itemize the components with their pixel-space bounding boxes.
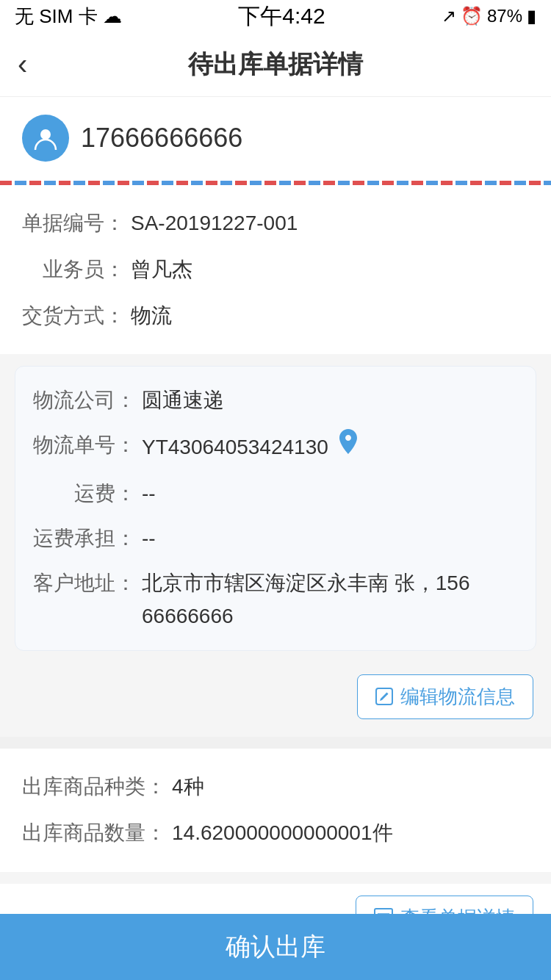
salesperson-label: 业务员： <box>22 253 125 287</box>
product-quantity-value: 14.620000000000001件 <box>166 817 529 850</box>
status-left: 无 SIM 卡 ☁ <box>15 4 122 29</box>
product-types-row: 出库商品种类： 4种 <box>22 771 529 804</box>
freight-bear-label: 运费承担： <box>33 522 136 555</box>
gray-divider <box>0 737 551 749</box>
address-row: 客户地址： 北京市市辖区海淀区永丰南 张，156 66666666 <box>33 567 518 633</box>
sim-label: 无 SIM 卡 ☁ <box>15 4 122 29</box>
svg-point-0 <box>40 129 51 140</box>
avatar <box>22 115 69 162</box>
freight-bear-row: 运费承担： -- <box>33 522 518 555</box>
salesperson-value: 曾凡杰 <box>125 253 529 287</box>
address-label: 客户地址： <box>33 567 136 600</box>
battery-icon: ▮ <box>527 6 536 26</box>
tracking-label: 物流单号： <box>33 429 136 462</box>
order-no-row: 单据编号： SA-20191227-001 <box>22 207 529 240</box>
order-no-value: SA-20191227-001 <box>125 207 529 240</box>
company-row: 物流公司： 圆通速递 <box>33 384 518 417</box>
freight-label: 运费： <box>33 478 136 511</box>
tracking-number: YT43064053424130 <box>142 431 328 464</box>
location-icon: ↗ <box>442 6 456 26</box>
salesperson-row: 业务员： 曾凡杰 <box>22 253 529 287</box>
status-time: 下午4:42 <box>238 1 325 32</box>
page-title: 待出库单据详情 <box>188 48 363 82</box>
status-right: ↗ ⏰ 87% ▮ <box>442 6 536 26</box>
product-types-value: 4种 <box>166 771 529 804</box>
tracking-location-icon[interactable] <box>337 429 359 466</box>
logistics-card: 物流公司： 圆通速递 物流单号： YT43064053424130 运费： --… <box>15 366 536 651</box>
tracking-row: 物流单号： YT43064053424130 <box>33 429 518 466</box>
confirm-btn-bar[interactable]: 确认出库 <box>0 914 551 980</box>
edit-logistics-button[interactable]: 编辑物流信息 <box>357 674 533 719</box>
basic-info-section: 单据编号： SA-20191227-001 业务员： 曾凡杰 交货方式： 物流 <box>0 185 551 354</box>
edit-logistics-label: 编辑物流信息 <box>400 684 515 710</box>
address-value: 北京市市辖区海淀区永丰南 张，156 66666666 <box>136 567 518 633</box>
freight-bear-value: -- <box>136 522 518 555</box>
freight-row: 运费： -- <box>33 478 518 511</box>
confirm-btn-label: 确认出库 <box>226 930 325 964</box>
alarm-icon: ⏰ <box>461 6 483 26</box>
user-phone: 17666666666 <box>81 123 242 154</box>
status-bar: 无 SIM 卡 ☁ 下午4:42 ↗ ⏰ 87% ▮ <box>0 0 551 32</box>
edit-logistics-btn-wrap: 编辑物流信息 <box>0 663 551 737</box>
product-section: 出库商品种类： 4种 出库商品数量： 14.620000000000001件 <box>0 749 551 872</box>
delivery-value: 物流 <box>125 300 529 333</box>
product-quantity-label: 出库商品数量： <box>22 817 166 850</box>
person-icon <box>32 125 59 151</box>
freight-value: -- <box>136 478 518 511</box>
order-no-label: 单据编号： <box>22 207 125 240</box>
product-quantity-row: 出库商品数量： 14.620000000000001件 <box>22 817 529 850</box>
edit-icon <box>375 688 395 707</box>
company-value: 圆通速递 <box>136 384 518 417</box>
delivery-label: 交货方式： <box>22 300 125 333</box>
dashed-divider <box>0 179 551 185</box>
back-button[interactable]: ‹ <box>18 48 27 81</box>
delivery-row: 交货方式： 物流 <box>22 300 529 333</box>
product-types-label: 出库商品种类： <box>22 771 166 804</box>
user-header: 17666666666 <box>0 97 551 179</box>
company-label: 物流公司： <box>33 384 136 417</box>
nav-bar: ‹ 待出库单据详情 <box>0 32 551 97</box>
battery-label: 87% <box>487 6 522 26</box>
tracking-value: YT43064053424130 <box>136 429 518 466</box>
